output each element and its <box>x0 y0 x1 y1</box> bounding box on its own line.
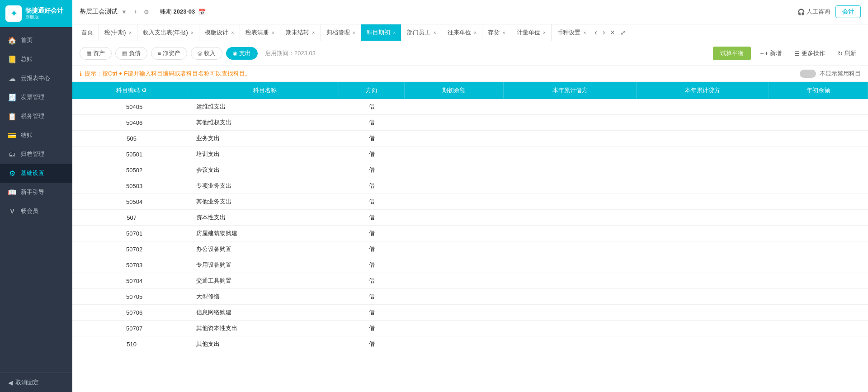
cat-btn-assets[interactable]: ▦ 资产 <box>80 47 112 60</box>
table-row[interactable]: 50701房屋建筑物购建借 <box>72 226 868 241</box>
sidebar-item-archive[interactable]: 🗂 归档管理 <box>0 145 72 164</box>
cell-year-start-balance <box>769 210 868 226</box>
cat-btn-income[interactable]: ◎ 收入 <box>191 47 222 60</box>
support-btn[interactable]: 🎧 人工咨询 <box>797 8 830 16</box>
settings-btn[interactable]: ⚙ <box>144 9 149 15</box>
table-row[interactable]: 50504其他业务支出借 <box>72 194 868 210</box>
enable-period: 启用期间：2023.03 <box>265 49 316 57</box>
refresh-btn[interactable]: ↻ 刷新 <box>833 47 861 59</box>
sidebar-item-ledger[interactable]: 📒 总账 <box>0 50 72 69</box>
cat-btn-liabilities[interactable]: ▦ 负债 <box>115 47 147 60</box>
sidebar-item-home[interactable]: 🏠 首页 <box>0 31 72 50</box>
table-row[interactable]: 510其他支出借 <box>72 336 868 352</box>
table-row[interactable]: 50705大型修缮借 <box>72 289 868 305</box>
tab-close-tax-mid[interactable]: × <box>129 30 132 35</box>
tab-close-inventory[interactable]: × <box>502 30 505 35</box>
sidebar-item-member[interactable]: V 畅会员 <box>0 202 72 221</box>
cell-ytd-debit <box>504 273 636 289</box>
tab-close-currency[interactable]: × <box>583 30 586 35</box>
cell-code: 50406 <box>72 115 191 131</box>
tab-close-period-end[interactable]: × <box>312 30 315 35</box>
sidebar-collapse-btn[interactable]: ◀ 取消固定 <box>0 373 72 392</box>
page-wrapper: ▦ 资产 ▦ 负债 ≡ 净资产 ◎ 收入 ◉ 支出 <box>72 41 868 392</box>
tab-income-annual[interactable]: 收入支出表(年报) × <box>137 24 199 42</box>
tab-label-home: 首页 <box>81 28 93 37</box>
cell-opening-balance <box>405 210 504 226</box>
sidebar-item-basic-settings[interactable]: ⚙ 基础设置 <box>0 164 72 183</box>
calc-balance-btn[interactable]: 试算平衡 <box>713 47 751 60</box>
tab-dept-staff[interactable]: 部门员工 × <box>401 24 442 42</box>
account-role-btn[interactable]: 会计 <box>835 5 861 18</box>
cell-ytd-credit <box>636 273 769 289</box>
sidebar-item-close-account[interactable]: 💳 结账 <box>0 126 72 145</box>
main-content: 基层工会测试 ▼ ＋ ⚙ 账期 2023-03 📅 🎧 人工咨询 会计 首页 <box>72 0 868 392</box>
cell-code: 50503 <box>72 178 191 194</box>
tab-close-dept-staff[interactable]: × <box>433 30 436 35</box>
sidebar-item-tax[interactable]: 📋 税务管理 <box>0 107 72 126</box>
table-row[interactable]: 507资本性支出借 <box>72 210 868 226</box>
sidebar-item-guide[interactable]: 📖 新手引导 <box>0 183 72 202</box>
tab-nav-prev[interactable]: ‹ <box>592 28 600 37</box>
header-left: 基层工会测试 ▼ ＋ ⚙ 账期 2023-03 📅 <box>80 8 206 16</box>
tab-archive[interactable]: 归档管理 × <box>321 24 361 42</box>
more-operations-btn[interactable]: ☰ 更多操作 <box>790 47 830 59</box>
cell-name: 培训支出 <box>191 146 339 162</box>
table-row[interactable]: 50405运维维支出借 <box>72 99 868 115</box>
header-actions: 🎧 人工咨询 会计 <box>797 5 861 18</box>
cat-btn-net-assets[interactable]: ≡ 净资产 <box>151 47 187 60</box>
add-btn[interactable]: ＋ + 新增 <box>755 47 786 59</box>
tab-nav-next[interactable]: › <box>600 28 608 37</box>
table-row[interactable]: 50704交通工具购置借 <box>72 273 868 289</box>
tab-subject-init[interactable]: 科目期初 × <box>361 24 401 42</box>
cell-ytd-credit <box>636 336 769 352</box>
sidebar-item-cloud-report[interactable]: ☁ 云报表中心 <box>0 69 72 88</box>
net-assets-icon: ≡ <box>158 50 161 57</box>
table-row[interactable]: 50706信息网络购建借 <box>72 305 868 321</box>
tab-close-units[interactable]: × <box>474 30 476 35</box>
tip-toggle[interactable]: 不显示禁用科目 <box>800 70 861 78</box>
sidebar-item-invoice[interactable]: 🧾 发票管理 <box>0 88 72 107</box>
tab-expand-btn[interactable]: ⤢ <box>618 29 628 36</box>
tab-unit-measure[interactable]: 计量单位 × <box>511 24 552 42</box>
col-settings-icon[interactable]: ⚙ <box>142 87 147 94</box>
table-row[interactable]: 50501培训支出借 <box>72 146 868 162</box>
tab-units[interactable]: 往来单位 × <box>442 24 482 42</box>
table-row[interactable]: 50702办公设备购置借 <box>72 241 868 257</box>
tab-currency[interactable]: 币种设置 × <box>552 24 592 42</box>
tab-home[interactable]: 首页 <box>76 24 99 42</box>
add-icon: ＋ <box>759 49 765 57</box>
table-row[interactable]: 505业务支出借 <box>72 131 868 146</box>
tab-tax-mid[interactable]: 税(中期) × <box>99 24 137 42</box>
toggle-disable-accounts[interactable] <box>800 70 816 78</box>
calendar-icon[interactable]: 📅 <box>198 9 206 15</box>
cell-name: 其他资本性支出 <box>191 321 339 336</box>
tab-close-template-design[interactable]: × <box>231 30 234 35</box>
table-row[interactable]: 50703专用设备购置借 <box>72 257 868 273</box>
cell-code: 50501 <box>72 146 191 162</box>
cell-ytd-credit <box>636 99 769 115</box>
tab-close-tax-table[interactable]: × <box>272 30 274 35</box>
cat-btn-expense[interactable]: ◉ 支出 <box>226 47 258 60</box>
sidebar-label-member: 畅会员 <box>21 207 38 215</box>
tab-inventory[interactable]: 存货 × <box>482 24 511 42</box>
close-account-icon: 💳 <box>8 131 16 139</box>
company-dropdown-icon[interactable]: ▼ <box>121 9 127 15</box>
tab-template-design[interactable]: 模版设计 × <box>199 24 240 42</box>
tab-close-income-annual[interactable]: × <box>191 30 193 35</box>
tab-close-subject-init[interactable]: × <box>393 30 396 35</box>
tab-period-end[interactable]: 期末结转 × <box>280 24 321 42</box>
tab-close-unit-measure[interactable]: × <box>543 30 546 35</box>
tab-close-all-btn[interactable]: × <box>608 28 617 37</box>
cell-year-start-balance <box>769 273 868 289</box>
tab-close-archive[interactable]: × <box>353 30 355 35</box>
table-row[interactable]: 50707其他资本性支出借 <box>72 321 868 336</box>
cell-name: 其他支出 <box>191 336 339 352</box>
add-company-btn[interactable]: ＋ <box>132 8 138 16</box>
table-row[interactable]: 50406其他维权支出借 <box>72 115 868 131</box>
tab-label-subject-init: 科目期初 <box>367 28 390 37</box>
tab-tax-table[interactable]: 税表清册 × <box>240 24 280 42</box>
assets-icon: ▦ <box>86 50 91 57</box>
table-row[interactable]: 50502会议支出借 <box>72 162 868 178</box>
table-row[interactable]: 50503专项业务支出借 <box>72 178 868 194</box>
col-ytd-credit: 本年累计贷方 <box>636 82 769 99</box>
